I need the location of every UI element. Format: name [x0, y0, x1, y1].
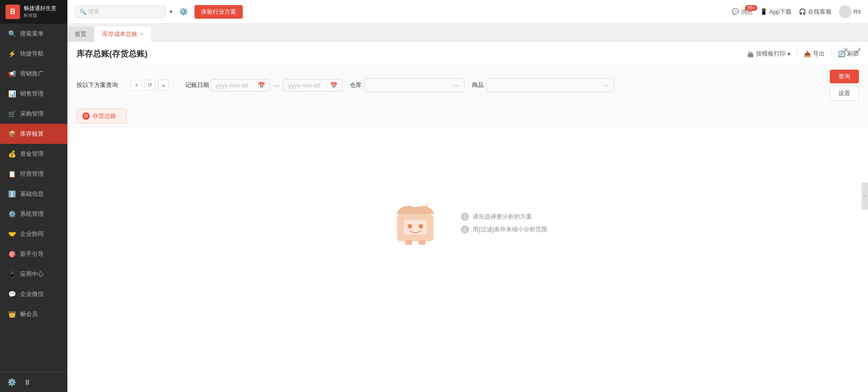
hint-num-2: 2: [461, 225, 469, 234]
tab-inventory-ledger-label: 库存成本总账: [102, 30, 138, 38]
sidebar-item-basic-info[interactable]: ℹ️ 基础信息: [0, 184, 67, 204]
online-support-label: 在线客服: [808, 8, 832, 16]
print-button[interactable]: 🖨️ 按模板打印 ▾: [747, 50, 791, 58]
product-input[interactable]: ···: [486, 78, 614, 92]
svg-point-4: [425, 204, 428, 206]
topbar: 🔍 搜索 ▾ ⚙️ 体验行业方案 💬 消息 99+ 📱 App下载 🎧 在线客服: [67, 0, 868, 24]
product-more-icon[interactable]: ···: [602, 81, 609, 89]
sidebar-item-operation[interactable]: 📋 经营管理: [0, 164, 67, 184]
frame-topbar: × ⤢: [836, 42, 868, 58]
action-divider-2: [831, 50, 832, 57]
user-profile-button[interactable]: Rit: [839, 5, 861, 18]
empty-hint-1: 1 请先选择要分析的方案: [461, 213, 547, 221]
sidebar-item-app-center[interactable]: 📱 应用中心: [0, 264, 67, 284]
hint-num-1: 1: [461, 213, 469, 221]
filter-refresh-icon: ↺: [148, 82, 152, 88]
sidebar-bottom: ⚙️ ⏸: [0, 372, 67, 392]
empty-state: 1 请先选择要分析的方案 2 用[过滤]条件来缩小分析范围: [67, 127, 868, 319]
sidebar-item-label: 快捷导航: [20, 50, 44, 58]
topbar-left: 🔍 搜索 ▾ ⚙️ 体验行业方案: [75, 5, 726, 19]
tab-home-label: 首页: [75, 30, 87, 38]
sidebar-item-member[interactable]: 👑 畅会员: [0, 304, 67, 324]
app-download-button[interactable]: 📱 App下载: [760, 8, 791, 16]
close-panel-button[interactable]: ×: [841, 45, 852, 56]
sidebar-item-wechat[interactable]: 💬 企业微信: [0, 284, 67, 304]
enterprise-collab-icon: 🤝: [7, 229, 16, 239]
page-header: 库存总账(存货总账) 🖨️ 按模板打印 ▾ 📤 导出 🔄 刷新: [67, 42, 868, 65]
tab-home[interactable]: 首页: [67, 26, 94, 42]
search-menu-icon: 🔍: [7, 29, 16, 38]
svg-point-3: [419, 224, 423, 229]
date-start-value: yyyy-mm-dd: [216, 82, 248, 89]
svg-rect-7: [419, 240, 425, 245]
app-name: 畅捷通好生意: [24, 5, 56, 12]
print-dropdown-icon[interactable]: ▾: [787, 51, 791, 57]
inventory-calc-icon: 📦: [7, 129, 16, 138]
filter-add-button[interactable]: ＋: [131, 80, 142, 91]
export-icon: 📤: [804, 51, 811, 57]
industry-solution-button[interactable]: 体验行业方案: [194, 5, 243, 19]
sidebar-item-purchase[interactable]: 🛒 采购管理: [0, 104, 67, 124]
page-content: 库存总账(存货总账) 🖨️ 按模板打印 ▾ 📤 导出 🔄 刷新: [67, 42, 868, 392]
date-start-input[interactable]: yyyy-mm-dd 📅: [211, 79, 270, 92]
sidebar-item-inventory-calc[interactable]: 📦 库存核算: [0, 124, 67, 144]
sidebar-item-label: 营销推广: [20, 70, 44, 78]
date-end-value: yyyy-mm-dd: [288, 82, 321, 89]
dropdown-arrow-icon[interactable]: ▾: [169, 8, 173, 15]
topbar-search[interactable]: 🔍 搜索: [75, 5, 166, 18]
sidebar-item-quick-nav[interactable]: ⚡ 快捷导航: [0, 44, 67, 64]
user-avatar: [839, 5, 852, 18]
filter-section: 按以下方案查询 ＋ ↺ « 记账日期 yyyy-mm-dd 📅: [67, 65, 868, 127]
query-button[interactable]: 查询: [830, 70, 859, 83]
sidebar-item-label: 企业协同: [20, 230, 44, 238]
sidebar-item-new-guide[interactable]: 🎯 新手引导: [0, 244, 67, 264]
sidebar-item-label: 库存核算: [20, 130, 44, 138]
sidebar-item-label: 系统管理: [20, 210, 44, 218]
date-end-input[interactable]: yyyy-mm-dd 📅: [283, 79, 342, 92]
sidebar-item-marketing[interactable]: 📢 营销推广: [0, 64, 67, 84]
export-button[interactable]: 📤 导出: [804, 50, 825, 58]
sidebar-item-label: 基础信息: [20, 190, 44, 198]
calendar-end-icon[interactable]: 📅: [330, 82, 337, 89]
warehouse-input[interactable]: ···: [364, 78, 465, 92]
tab-close-icon[interactable]: ×: [140, 31, 143, 37]
resize-panel-button[interactable]: ⤢: [853, 45, 863, 56]
scheme-item-inventory-ledger[interactable]: 存 存货总账: [77, 109, 127, 123]
sidebar-item-label: 应用中心: [20, 270, 44, 278]
sidebar-item-label: 销售管理: [20, 90, 44, 98]
calendar-start-icon[interactable]: 📅: [258, 82, 265, 89]
scheme-item-label: 存货总账: [92, 112, 116, 120]
right-buttons: 查询 设置: [830, 70, 859, 101]
message-button[interactable]: 💬 消息 99+: [732, 8, 753, 16]
sidebar-item-fund[interactable]: 💰 资金管理: [0, 144, 67, 164]
filter-collapse-button[interactable]: «: [158, 80, 169, 91]
tab-inventory-ledger[interactable]: 库存成本总账 ×: [95, 26, 151, 42]
print-label: 按模板打印: [756, 50, 786, 58]
sidebar-item-sales[interactable]: 📊 销售管理: [0, 84, 67, 104]
search-icon: 🔍: [80, 9, 87, 15]
audio-bottom-icon[interactable]: ⏸: [24, 378, 31, 387]
export-label: 导出: [813, 50, 825, 58]
empty-robot-illustration: [388, 198, 443, 248]
sidebar-item-system[interactable]: ⚙️ 系统管理: [0, 204, 67, 224]
fund-icon: 💰: [7, 149, 16, 158]
app-sub: 标准版: [24, 12, 56, 19]
empty-hint-2: 2 用[过滤]条件来缩小分析范围: [461, 225, 547, 234]
collapse-icon: «: [162, 82, 165, 89]
sidebar-item-label: 经营管理: [20, 170, 44, 178]
sidebar-item-label: 畅会员: [20, 310, 38, 318]
new-guide-icon: 🎯: [7, 249, 16, 259]
right-panel-tab[interactable]: ›: [862, 183, 868, 210]
setting-button[interactable]: 设置: [830, 86, 859, 101]
settings-bottom-icon[interactable]: ⚙️: [7, 378, 16, 387]
online-support-icon: 🎧: [799, 8, 806, 15]
sidebar-item-search-menu[interactable]: 🔍 搜索菜单: [0, 24, 67, 44]
online-support-button[interactable]: 🎧 在线客服: [799, 8, 832, 16]
warehouse-more-icon[interactable]: ···: [453, 81, 460, 89]
date-input-group: 记账日期 yyyy-mm-dd 📅 — yyyy-mm-dd 📅: [185, 79, 342, 92]
gear-settings-button[interactable]: ⚙️: [176, 5, 191, 19]
app-logo: B 畅捷通好生意 标准版: [0, 0, 67, 24]
sidebar-item-enterprise-collab[interactable]: 🤝 企业协同: [0, 224, 67, 244]
filter-refresh-btn[interactable]: ↺: [144, 80, 155, 91]
empty-visual: 1 请先选择要分析的方案 2 用[过滤]条件来缩小分析范围: [388, 198, 547, 248]
